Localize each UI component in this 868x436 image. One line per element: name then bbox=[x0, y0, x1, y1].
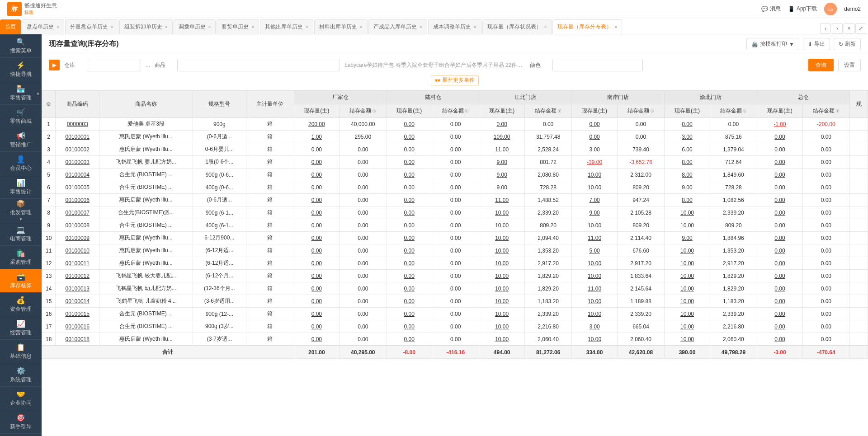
th-gear[interactable]: ⚙ bbox=[42, 91, 56, 118]
cell-na-qty[interactable]: 9.00 bbox=[572, 206, 617, 219]
cell-code[interactable]: 00100002 bbox=[56, 143, 99, 156]
cell-total-qty[interactable]: 0.00 bbox=[757, 282, 802, 295]
sidebar-item-basic[interactable]: 📋 基础信息 bbox=[0, 340, 42, 363]
expand-conditions-btn[interactable]: ▾▾ 展开更多条件 bbox=[431, 75, 479, 85]
cell-code[interactable]: 00100001 bbox=[56, 131, 99, 143]
tab-close[interactable]: × bbox=[208, 24, 211, 29]
cell-fac-qty[interactable]: 0.00 bbox=[294, 194, 339, 206]
tab-close[interactable]: × bbox=[360, 24, 363, 29]
cell-total-qty[interactable]: 0.00 bbox=[757, 244, 802, 257]
cell-na-qty[interactable]: 10.00 bbox=[572, 333, 617, 346]
cell-jb-qty[interactable]: 11.00 bbox=[479, 194, 524, 206]
cell-jb-qty[interactable]: 0.00 bbox=[479, 118, 524, 131]
logo-area[interactable]: 标 畅捷通好生意 标题 bbox=[7, 2, 57, 16]
cell-fac-qty[interactable]: 0.00 bbox=[294, 143, 339, 156]
cell-fac-qty[interactable]: 0.00 bbox=[294, 333, 339, 346]
query-btn[interactable]: 查询 bbox=[808, 59, 834, 71]
tab-close[interactable]: × bbox=[474, 24, 476, 29]
cell-fac-qty[interactable]: 0.00 bbox=[294, 282, 339, 295]
cell-total-qty[interactable]: 0.00 bbox=[757, 257, 802, 270]
cell-jb-qty[interactable]: 10.00 bbox=[479, 270, 524, 282]
sidebar-item-retail-mall[interactable]: 🛒 零售商城 bbox=[0, 105, 42, 128]
color-input[interactable] bbox=[552, 59, 643, 71]
cell-jb-qty[interactable]: 9.00 bbox=[479, 169, 524, 181]
cell-na-qty[interactable]: 0.00 bbox=[572, 131, 617, 143]
sidebar-item-search[interactable]: 🔍 搜索英单 bbox=[0, 34, 42, 58]
jb-amt-info-icon[interactable]: ① bbox=[557, 108, 561, 113]
tab-cost-adjust[interactable]: 成本调整单历史 × bbox=[428, 19, 481, 34]
tab-transfer-history[interactable]: 调拨单历史 × bbox=[174, 19, 216, 34]
cell-na-qty[interactable]: 10.00 bbox=[572, 219, 617, 232]
cell-fac-qty[interactable]: 1.00 bbox=[294, 131, 339, 143]
cell-lu-qty[interactable]: 0.00 bbox=[387, 295, 432, 308]
cell-na-qty[interactable]: 11.00 bbox=[572, 282, 617, 295]
tab-combo-disassemble[interactable]: 组装拆卸单历史 × bbox=[119, 19, 173, 34]
cell-total-qty[interactable]: 0.00 bbox=[757, 232, 802, 244]
tab-close-btn[interactable]: × bbox=[844, 23, 854, 34]
cell-yb-qty[interactable]: 10.00 bbox=[665, 282, 710, 295]
cell-lu-qty[interactable]: 0.00 bbox=[387, 219, 432, 232]
tab-close[interactable]: × bbox=[111, 24, 113, 29]
cell-jb-qty[interactable]: 10.00 bbox=[479, 308, 524, 320]
tab-prev-btn[interactable]: ‹ bbox=[820, 23, 831, 34]
user-avatar[interactable] bbox=[824, 3, 837, 15]
sidebar-item-purchase[interactable]: 🛍️ 采购管理 bbox=[0, 246, 42, 269]
cell-total-qty[interactable]: 0.00 bbox=[757, 206, 802, 219]
cell-fac-qty[interactable]: 0.00 bbox=[294, 206, 339, 219]
cell-total-qty[interactable]: 0.00 bbox=[757, 333, 802, 346]
cell-lu-qty[interactable]: 0.00 bbox=[387, 282, 432, 295]
cell-yb-qty[interactable]: 10.00 bbox=[665, 270, 710, 282]
tab-home[interactable]: 首页 bbox=[0, 19, 21, 34]
cell-fac-qty[interactable]: 0.00 bbox=[294, 219, 339, 232]
tab-close[interactable]: × bbox=[614, 24, 617, 29]
cell-lu-qty[interactable]: 0.00 bbox=[387, 169, 432, 181]
cell-total-qty[interactable]: 0.00 bbox=[757, 143, 802, 156]
cell-yb-qty[interactable]: 3.00 bbox=[665, 131, 710, 143]
sidebar-item-system[interactable]: ⚙️ 系统管理 bbox=[0, 363, 42, 387]
cell-code[interactable]: 00100008 bbox=[56, 219, 99, 232]
cell-jb-qty[interactable]: 10.00 bbox=[479, 295, 524, 308]
cell-lu-qty[interactable]: 0.00 bbox=[387, 194, 432, 206]
cell-na-qty[interactable]: 10.00 bbox=[572, 308, 617, 320]
cell-na-qty[interactable]: 3.00 bbox=[572, 320, 617, 333]
cell-fac-qty[interactable]: 0.00 bbox=[294, 257, 339, 270]
cell-lu-qty[interactable]: 0.00 bbox=[387, 333, 432, 346]
cell-fac-qty[interactable]: 0.00 bbox=[294, 244, 339, 257]
cell-code[interactable]: 00100013 bbox=[56, 282, 99, 295]
cell-code[interactable]: 00100009 bbox=[56, 232, 99, 244]
sidebar-item-finance[interactable]: 💰 资金管理 bbox=[0, 293, 42, 316]
sidebar-item-business[interactable]: 📈 经营管理 bbox=[0, 316, 42, 340]
yb-amt-info-icon[interactable]: ① bbox=[743, 108, 747, 113]
cell-na-qty[interactable]: 11.00 bbox=[572, 232, 617, 244]
cell-total-qty[interactable]: 0.00 bbox=[757, 320, 802, 333]
tab-other-out[interactable]: 其他出库单历史 × bbox=[260, 19, 313, 34]
cell-jb-qty[interactable]: 10.00 bbox=[479, 206, 524, 219]
sidebar-item-retail-stats[interactable]: 📊 零售统计 bbox=[0, 175, 42, 199]
tab-material-out[interactable]: 材料出库单历史 × bbox=[314, 19, 368, 34]
cell-lu-qty[interactable]: 0.00 bbox=[387, 232, 432, 244]
cell-total-qty[interactable]: 0.00 bbox=[757, 181, 802, 194]
warehouse-input[interactable] bbox=[87, 59, 141, 71]
cell-lu-qty[interactable]: 0.00 bbox=[387, 143, 432, 156]
na-amt-info-icon[interactable]: ① bbox=[650, 108, 654, 113]
cell-fac-qty[interactable]: 0.00 bbox=[294, 232, 339, 244]
cell-yb-qty[interactable]: 10.00 bbox=[665, 308, 710, 320]
cell-code[interactable]: 00100007 bbox=[56, 206, 99, 219]
sidebar-item-quicknav[interactable]: ⚡ 快捷导航 bbox=[0, 58, 42, 81]
cell-fac-qty[interactable]: 0.00 bbox=[294, 308, 339, 320]
cell-jb-qty[interactable]: 10.00 bbox=[479, 282, 524, 295]
cell-code[interactable]: 00100014 bbox=[56, 295, 99, 308]
sidebar-item-enterprise[interactable]: 🤝 企业协同 bbox=[0, 387, 42, 410]
cell-jb-qty[interactable]: 10.00 bbox=[479, 333, 524, 346]
cell-yb-qty[interactable]: 10.00 bbox=[665, 257, 710, 270]
tab-expand-btn[interactable]: ⤢ bbox=[855, 23, 866, 34]
cell-total-qty[interactable]: 0.00 bbox=[757, 131, 802, 143]
cell-fac-qty[interactable]: 0.00 bbox=[294, 181, 339, 194]
cell-lu-qty[interactable]: 0.00 bbox=[387, 308, 432, 320]
cell-yb-qty[interactable]: 8.00 bbox=[665, 169, 710, 181]
cell-yb-qty[interactable]: 9.00 bbox=[665, 181, 710, 194]
tab-inventory-sub[interactable]: 分量盘点单历史 × bbox=[65, 19, 118, 34]
cell-code[interactable]: 00100003 bbox=[56, 156, 99, 169]
cell-code[interactable]: 00100004 bbox=[56, 169, 99, 181]
tab-purchase-history[interactable]: 要货单历史 × bbox=[217, 19, 259, 34]
